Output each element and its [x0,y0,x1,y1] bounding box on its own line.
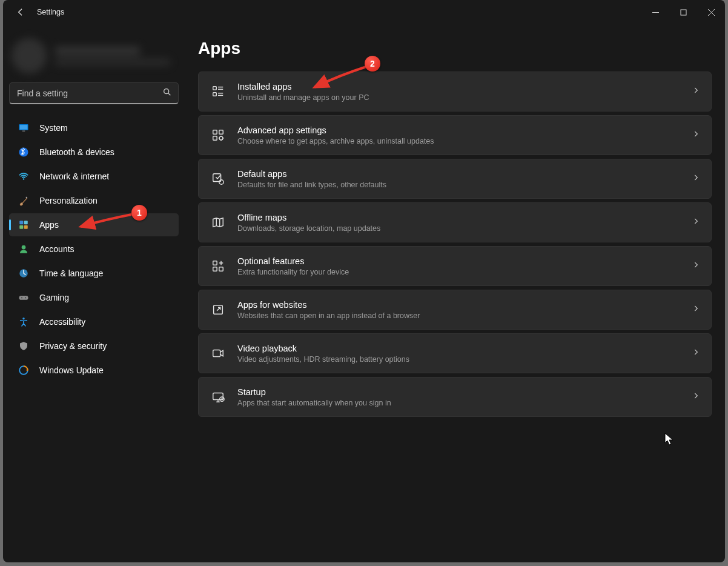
chevron-right-icon [692,261,700,271]
card-subtitle: Downloads, storage location, map updates [237,224,692,233]
sidebar-item-label: System [39,123,68,133]
card-subtitle: Apps that start automatically when you s… [237,399,692,407]
back-button[interactable] [13,4,28,20]
svg-rect-14 [24,225,28,229]
card-video-playback[interactable]: Video playback Video adjustments, HDR st… [198,333,712,373]
card-title: Apps for websites [237,299,692,311]
accessibility-icon [18,316,30,328]
svg-rect-37 [213,267,217,271]
startup-icon [210,388,227,405]
apps-gear-icon [210,127,227,144]
chevron-right-icon [692,217,700,228]
page-title: Apps [198,39,712,58]
minimize-button[interactable] [641,0,669,24]
sidebar-item-label: Accessibility [39,317,85,327]
default-apps-icon [210,170,227,187]
card-subtitle: Defaults for file and link types, other … [237,181,692,189]
sidebar: System Bluetooth & devices Network & int… [3,24,185,562]
card-title: Installed apps [237,81,692,93]
svg-point-15 [22,245,26,250]
svg-point-20 [22,318,24,319]
card-advanced-app-settings[interactable]: Advanced app settings Choose where to ge… [198,115,712,155]
svg-rect-35 [213,261,217,265]
close-button[interactable] [697,0,725,24]
card-title: Offline maps [237,212,692,224]
nav: System Bluetooth & devices Network & int… [9,116,179,382]
card-title: Optional features [237,256,692,267]
svg-rect-29 [213,130,217,134]
display-icon [18,122,30,134]
sidebar-item-label: Time & language [39,268,103,278]
sidebar-item-privacy[interactable]: Privacy & security [9,335,179,358]
shield-icon [18,340,30,352]
search-input[interactable] [17,88,162,98]
user-profile[interactable] [12,34,179,78]
card-title: Default apps [237,168,692,180]
card-apps-for-websites[interactable]: Apps for websites Websites that can open… [198,290,712,330]
sidebar-item-label: Accounts [39,244,74,254]
card-offline-maps[interactable]: Offline maps Downloads, storage location… [198,202,712,242]
svg-point-18 [21,297,22,298]
video-icon [210,345,227,362]
sidebar-item-personalization[interactable]: Personalization [9,189,179,212]
sidebar-item-gaming[interactable]: Gaming [9,286,179,309]
chevron-right-icon [692,348,700,359]
svg-rect-11 [19,221,23,224]
card-startup[interactable]: Startup Apps that start automatically wh… [198,377,712,417]
bluetooth-icon [18,146,30,158]
sidebar-item-label: Bluetooth & devices [39,147,114,157]
card-subtitle: Uninstall and manage apps on your PC [237,93,692,102]
search-box[interactable] [9,82,179,104]
sidebar-item-network[interactable]: Network & internet [9,165,179,188]
gamepad-icon [18,291,30,304]
chevron-right-icon [692,86,700,97]
card-installed-apps[interactable]: Installed apps Uninstall and manage apps… [198,72,712,112]
svg-rect-7 [20,125,28,130]
card-title: Startup [237,387,692,398]
sidebar-item-label: Privacy & security [39,341,107,351]
annotation-marker-2: 2 [365,56,380,72]
sidebar-item-time[interactable]: Time & language [9,262,179,285]
main-content: Apps Installed apps Uninstall and manage… [185,24,725,562]
card-optional-features[interactable]: Optional features Extra functionality fo… [198,246,712,286]
svg-point-19 [25,297,26,298]
svg-line-5 [168,93,170,95]
paintbrush-icon [18,195,30,207]
svg-point-10 [23,178,25,180]
clock-globe-icon [18,267,30,279]
card-subtitle: Websites that can open in an app instead… [237,311,692,320]
window-controls [641,0,725,24]
svg-rect-36 [219,267,223,271]
svg-rect-26 [213,93,217,96]
apps-icon [18,219,30,231]
card-title: Video playback [237,343,692,355]
svg-rect-13 [19,225,23,229]
card-title: Advanced app settings [237,125,692,136]
sidebar-item-bluetooth[interactable]: Bluetooth & devices [9,141,179,164]
maximize-button[interactable] [669,0,697,24]
settings-window: Settings [3,0,725,562]
svg-point-4 [164,88,169,93]
sidebar-item-label: Personalization [39,196,98,205]
sidebar-item-accessibility[interactable]: Accessibility [9,310,179,333]
search-icon [162,87,172,99]
sidebar-item-label: Windows Update [39,365,104,375]
card-default-apps[interactable]: Default apps Defaults for file and link … [198,159,712,199]
wifi-icon [18,170,30,182]
svg-rect-12 [24,221,28,224]
sidebar-item-update[interactable]: Windows Update [9,359,179,382]
map-icon [210,214,227,231]
sidebar-item-label: Gaming [39,293,69,302]
update-icon [18,364,30,376]
sidebar-item-apps[interactable]: Apps [9,213,179,236]
chevron-right-icon [692,391,700,402]
sidebar-item-accounts[interactable]: Accounts [9,238,179,261]
window-title: Settings [37,8,64,16]
card-subtitle: Video adjustments, HDR streaming, batter… [237,355,692,364]
svg-rect-31 [213,136,217,140]
sidebar-item-system[interactable]: System [9,116,179,139]
person-icon [18,243,30,255]
chevron-right-icon [692,173,700,184]
chevron-right-icon [692,130,700,141]
open-external-icon [210,301,227,318]
